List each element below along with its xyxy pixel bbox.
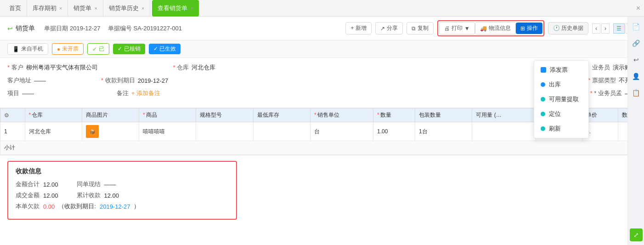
from-phone-button[interactable]: 📱 来自手机 [7, 43, 48, 55]
copy-icon: ⧉ [412, 25, 416, 32]
customer-label: 客户 [7, 63, 23, 72]
col-min-stock: 最低库存 [253, 108, 310, 122]
not-open-ticket-button[interactable]: ● 未开票 [52, 43, 84, 55]
share-button[interactable]: ↗ 分享 [375, 22, 403, 34]
payment-info-box: 收款信息 金额合计 12.00 同单现结 —— 成交金额 12.00 累计收款 … [7, 161, 237, 220]
dropdown-available-qty[interactable]: 可用量提取 [534, 92, 588, 107]
deal-amount-value: 12.00 [43, 192, 58, 199]
staff2-label: * 业务员孟 [590, 89, 622, 97]
doc-actions: + 新增 ↗ 分享 ⧉ 复制 🖨 打印 ▼ 🚚 物流信息 [345, 20, 637, 36]
sidebar-expand-icon[interactable]: ⤢ [630, 228, 643, 241]
check-button[interactable]: ✓ 已 [87, 43, 109, 55]
warehouse-value: 河北仓库 [192, 63, 215, 72]
doc-header: ↩ 销货单 单据日期 2019-12-27 单据编号 SA-20191227-0… [0, 17, 644, 40]
nav-arrows: ‹ › [592, 23, 610, 34]
operation-grid-icon: ⊞ [520, 25, 525, 32]
logistics-icon: 🚚 [480, 25, 487, 32]
tab-bar: 首页 库存期初 × 销货单 × 销货单历史 × 查看销货单 × × [0, 0, 644, 17]
dropdown-locate[interactable]: 定位 [534, 107, 588, 121]
ticket-type-label: 票据类型 [588, 76, 616, 85]
sidebar-clipboard-icon[interactable]: 📋 [630, 86, 643, 99]
warehouse-label: 仓库 [173, 63, 189, 72]
total-amount-label: 金额合计 [16, 180, 40, 188]
outbound-label: 出库 [549, 80, 561, 89]
add-note-button[interactable]: 添加备注 [131, 89, 160, 97]
operation-button[interactable]: ⊞ 操作 [516, 23, 542, 34]
refresh-label: 刷新 [549, 125, 561, 133]
right-sidebar: 📄 🔗 ↩ 👤 📋 ⤢ [627, 17, 644, 245]
print-icon: 🖨 [444, 25, 450, 32]
tab-view-sales-close[interactable]: × [190, 6, 193, 11]
prev-button[interactable]: ‹ [592, 23, 600, 34]
subtotal-row: 小计 [0, 141, 644, 155]
tab-sales-history[interactable]: 销货单历史 × [103, 0, 150, 17]
dropdown-outbound[interactable]: 出库 [534, 77, 588, 92]
new-button[interactable]: + 新增 [345, 22, 371, 34]
ticket-icon: ● [57, 46, 60, 52]
window-close-button[interactable]: × [636, 4, 640, 12]
dropdown-add-invoice[interactable]: 添发票 [534, 63, 588, 77]
deal-amount-field: 成交金额 12.00 [16, 191, 58, 199]
project-label: 项目 [7, 89, 19, 97]
tab-sales-close[interactable]: × [94, 6, 97, 11]
payment-info-title: 收款信息 [16, 167, 229, 176]
col-qty: *数量 [373, 108, 415, 122]
warehouse-field: 仓库 河北仓库 [173, 63, 216, 72]
locate-label: 定位 [549, 110, 561, 118]
payment-date-value: 2019-12-27 [138, 77, 169, 84]
next-button[interactable]: › [601, 23, 610, 34]
print-button[interactable]: 🖨 打印 ▼ [439, 22, 475, 34]
cell-product: 嘻嘻嘻嘻 [139, 122, 196, 141]
sidebar-link-icon[interactable]: 🔗 [630, 37, 643, 50]
tab-inventory-init[interactable]: 库存期初 × [27, 0, 68, 17]
history-icon: 🕐 [553, 25, 560, 31]
list-view-button[interactable]: ☰ [613, 23, 625, 34]
doc-date-label: 单据日期 2019-12-27 [44, 24, 101, 33]
project-field: 项目 —— [7, 89, 34, 97]
gear-icon: ⚙ [4, 112, 9, 119]
staff-label: 业务员 [592, 63, 610, 72]
check-icon: ✓ [92, 46, 97, 52]
doc-type-label: 销货单 [16, 24, 35, 33]
project-value: —— [22, 90, 34, 97]
tab-inventory-label: 库存期初 [33, 4, 56, 12]
share-icon: ↗ [380, 25, 385, 32]
same-order-value: —— [104, 181, 116, 188]
sidebar-user-icon[interactable]: 👤 [630, 70, 643, 83]
col-img: 商品图片 [82, 108, 139, 122]
tab-sales-history-close[interactable]: × [141, 6, 144, 11]
history-button[interactable]: 🕐 历史单据 [548, 22, 588, 34]
main-content: ↩ 销货单 单据日期 2019-12-27 单据编号 SA-20191227-0… [0, 17, 644, 245]
sidebar-return-icon[interactable]: ↩ [630, 53, 643, 66]
tab-home[interactable]: 首页 [4, 0, 27, 17]
sidebar-doc-icon[interactable]: 📄 [630, 20, 643, 33]
note-label: 备注 [117, 89, 129, 97]
tab-sales-history-label: 销货单历史 [109, 4, 139, 12]
tab-sales-label: 销货单 [73, 4, 91, 12]
cell-index: 1 [0, 122, 25, 141]
logistics-button[interactable]: 🚚 物流信息 [475, 22, 516, 34]
add-invoice-icon [541, 67, 546, 73]
payment-date-label: 收款到期日 [101, 76, 135, 85]
tab-view-sales[interactable]: 查看销货单 × [152, 0, 199, 17]
cumulative-label: 累计收款 [77, 191, 101, 199]
cumulative-payment-field: 累计收款 12.00 [77, 191, 119, 199]
cell-min-stock [253, 122, 310, 141]
already-effect-button[interactable]: ✓ 已生效 [149, 44, 181, 54]
print-dropdown-arrow: ▼ [464, 25, 470, 32]
col-pack-qty: 包装数量 [415, 108, 472, 122]
doc-number-value: SA-20191227-001 [134, 25, 182, 32]
payment-row-2: 成交金额 12.00 累计收款 12.00 [16, 191, 229, 199]
dropdown-refresh[interactable]: 刷新 [534, 121, 588, 136]
copy-button[interactable]: ⧉ 复制 [407, 22, 434, 34]
payment-due-date: 2019-12-27 [100, 203, 130, 210]
cell-img: 📦 [82, 122, 139, 141]
tab-sales-order[interactable]: 销货单 × [68, 0, 103, 17]
already-canceled-button[interactable]: ✓ 已核销 [113, 44, 145, 54]
payment-due-close: ） [134, 202, 140, 211]
payment-row-3: 本单欠款 0.00 （收款到期日: 2019-12-27 ） [16, 202, 229, 211]
note-field: 备注 添加备注 [117, 89, 160, 97]
deal-amount-label: 成交金额 [16, 191, 40, 199]
tab-inventory-close[interactable]: × [59, 6, 62, 11]
address-value: —— [34, 77, 46, 84]
